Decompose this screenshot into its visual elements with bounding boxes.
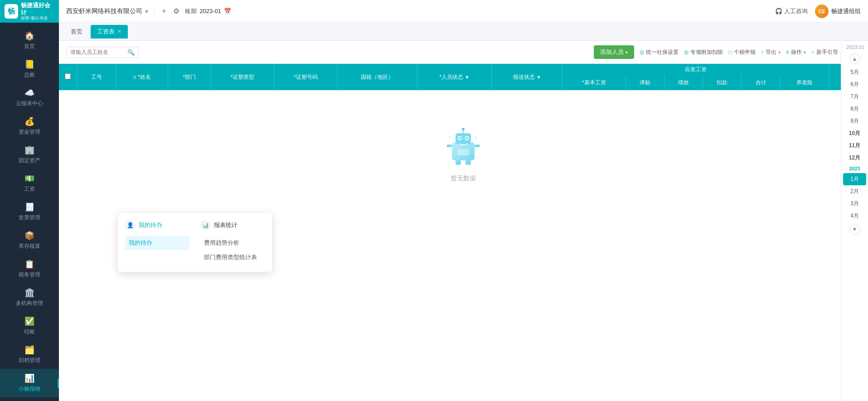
main-area: 西安虾米网络科技有限公司 ▾ | ＋ ⚙ 账期 2023-01 📅 🎧 人工咨询… <box>59 0 868 401</box>
sidebar-item-salary[interactable]: 💵 工资 <box>0 169 59 198</box>
salary-icon: 💵 <box>24 174 34 184</box>
svg-rect-8 <box>446 145 452 147</box>
th-checkbox[interactable] <box>59 64 77 90</box>
sidebar-item-ledger[interactable]: 📒 总账 <box>0 55 59 83</box>
sidebar-item-invoice[interactable]: 🧾 发票管理 <box>0 198 59 226</box>
sidebar-item-home[interactable]: 🏠 首页 <box>0 26 59 55</box>
timeline-sep[interactable]: 9月 <box>841 115 868 127</box>
todo-icon: 👤 <box>125 220 135 230</box>
operate-action[interactable]: ≡ 操作 ▾ <box>786 48 806 56</box>
export-icon: ↑ <box>761 49 764 55</box>
sidebar-item-settle[interactable]: ✅ 结账 <box>0 312 59 340</box>
timeline-jul[interactable]: 7月 <box>841 91 868 103</box>
tab-salary-label: 工资表 <box>97 28 115 36</box>
sidebar-item-xiaochang[interactable]: 📊 小畅报销 <box>0 369 59 397</box>
th-pension: 养老险 <box>780 75 829 90</box>
sidebar-item-assets[interactable]: 🏢 固定资产 <box>0 140 59 169</box>
timeline-jun[interactable]: 6月 <box>841 78 868 91</box>
company-name[interactable]: 西安虾米网络科技有限公司 ▾ <box>66 7 148 15</box>
search-box: 🔍 <box>66 47 139 58</box>
content-area: 🔍 添加人员 ▾ ◎ 统一社保设置 ◎ 专项附加扣除 □ 个税申报 <box>59 41 868 401</box>
sidebar-item-fund[interactable]: 💰 资金管理 <box>0 112 59 140</box>
salary-table: 工号 ⇅ *姓名 *部门 *证塑类型 *证塑号码 <box>59 64 868 219</box>
search-icon[interactable]: 🔍 <box>127 49 135 56</box>
sidebar-item-archive[interactable]: 🗂️ 归档管理 <box>0 340 59 369</box>
archive-icon: 🗂️ <box>24 345 34 355</box>
tabbar: 首页 工资表 ✕ <box>59 23 868 41</box>
timeline-aug[interactable]: 8月 <box>841 103 868 115</box>
svg-text:?: ? <box>475 136 477 141</box>
geshui-action[interactable]: □ 个税申报 <box>728 48 755 56</box>
timeline-may[interactable]: 5月 <box>841 66 868 78</box>
sidebar-item-inventory[interactable]: 📦 库存核算 <box>0 226 59 255</box>
search-input[interactable] <box>70 49 125 55</box>
topbar-service-button[interactable]: 🎧 人工咨询 <box>775 7 808 15</box>
dropdown-todo-item[interactable]: 我的待办 <box>125 236 189 250</box>
th-country: 国籍（地区） <box>337 64 417 90</box>
tab-close-icon[interactable]: ✕ <box>117 29 121 34</box>
svg-text:?: ? <box>448 136 451 141</box>
sidebar: 畅 畅捷通好会计 好用·省心·专业 🏠 首页 📒 总账 ☁️ 云报表中心 💰 资… <box>0 0 59 401</box>
topbar: 西安虾米网络科技有限公司 ▾ | ＋ ⚙ 账期 2023-01 📅 🎧 人工咨询… <box>59 0 868 23</box>
timeline-dec[interactable]: 12月 <box>841 152 868 164</box>
chevron-down-icon: ▾ <box>626 50 628 55</box>
timeline-mar[interactable]: 3月 <box>841 198 868 210</box>
timeline-scroll-down[interactable]: ▼ <box>849 224 860 235</box>
xiaochang-icon: 📊 <box>24 373 34 383</box>
sort-icon[interactable]: ⇅ <box>133 75 136 80</box>
filter-icon[interactable]: ▼ <box>465 75 470 80</box>
sidebar-item-multi[interactable]: 🏛️ 多机构管理 <box>0 283 59 312</box>
sidebar-nav: 🏠 首页 📒 总账 ☁️ 云报表中心 💰 资金管理 🏢 固定资产 💵 工资 🧾 … <box>0 23 59 401</box>
timeline-panel: 2023.01 ▲ 5月 6月 7月 8月 9月 10月 11月 12月 202… <box>841 41 868 401</box>
topbar-settings-button[interactable]: ⚙ <box>173 7 179 15</box>
shebao-action[interactable]: ◎ 统一社保设置 <box>640 48 679 56</box>
select-all-checkbox[interactable] <box>65 73 71 79</box>
th-number: 工号 <box>77 64 116 90</box>
th-wage-group: 应发工资 <box>563 64 829 75</box>
timeline-jan[interactable]: 1月 <box>843 173 866 185</box>
th-person-status: *人员状态 ▼ <box>417 64 492 90</box>
dropdown-menu: 👤 我的待办 我的待办 📊 报表统计 费用趋势分析 <box>118 213 272 272</box>
operate-label: 操作 <box>791 48 802 56</box>
export-action[interactable]: ↑ 导出 ▾ <box>761 48 781 56</box>
empty-icon: ? ? <box>443 126 484 167</box>
user-name: 畅捷通组组 <box>831 7 861 15</box>
th-name: ⇅ *姓名 <box>116 64 168 90</box>
timeline-feb[interactable]: 2月 <box>841 185 868 198</box>
sidebar-item-label: 资金管理 <box>19 128 40 136</box>
empty-text: 暂无数据 <box>451 174 476 183</box>
timeline-apr[interactable]: 4月 <box>841 210 868 222</box>
timeline-nov[interactable]: 11月 <box>841 140 868 152</box>
dropdown-dept-cost-item[interactable]: 部门费用类型统计表 <box>200 250 265 265</box>
settle-icon: ✅ <box>24 316 34 326</box>
add-person-button[interactable]: 添加人员 ▾ <box>594 45 634 59</box>
calendar-icon[interactable]: 📅 <box>224 8 231 14</box>
timeline-scroll-up[interactable]: ▲ <box>849 53 860 64</box>
tab-home[interactable]: 首页 <box>64 25 89 39</box>
dropdown-cost-trend-item[interactable]: 费用趋势分析 <box>200 236 265 250</box>
svg-rect-4 <box>459 137 461 139</box>
tab-salary-table[interactable]: 工资表 ✕ <box>91 25 128 39</box>
topbar-user[interactable]: CE 畅捷通组组 <box>815 5 861 18</box>
sidebar-item-settings[interactable]: ⚙️ 基础设置 <box>0 397 59 401</box>
topbar-add-button[interactable]: ＋ <box>160 6 168 16</box>
invoice-icon: 🧾 <box>24 202 34 212</box>
dropdown-col-todo: 👤 我的待办 我的待办 <box>125 220 189 265</box>
timeline-year-2023: 2023 <box>847 164 862 173</box>
sidebar-item-cloud[interactable]: ☁️ 云报表中心 <box>0 83 59 112</box>
ledger-icon: 📒 <box>24 59 34 69</box>
dropdown-col-report: 📊 报表统计 费用趋势分析 部门费用类型统计表 <box>200 220 265 265</box>
geshui-label: 个税申报 <box>734 48 756 56</box>
guide-label: 新手引导 <box>816 48 838 56</box>
sidebar-item-tax[interactable]: 📋 税务管理 <box>0 255 59 283</box>
toolbar: 🔍 添加人员 ▾ ◎ 统一社保设置 ◎ 专项附加扣除 □ 个税申报 <box>59 41 868 64</box>
topbar-period: 账期 2023-01 📅 <box>185 7 231 15</box>
shebao-label: 统一社保设置 <box>646 48 679 56</box>
filter-icon[interactable]: ▼ <box>536 75 541 80</box>
sidebar-item-label: 库存核算 <box>19 242 40 250</box>
timeline-oct[interactable]: 10月 <box>841 127 868 140</box>
topbar-right: 🎧 人工咨询 CE 畅捷通组组 <box>775 5 861 18</box>
guide-action[interactable]: ○ 新手引导 <box>811 48 838 56</box>
zhuanxiang-action[interactable]: ◎ 专项附加扣除 <box>684 48 723 56</box>
th-total: 合计 <box>742 75 780 90</box>
